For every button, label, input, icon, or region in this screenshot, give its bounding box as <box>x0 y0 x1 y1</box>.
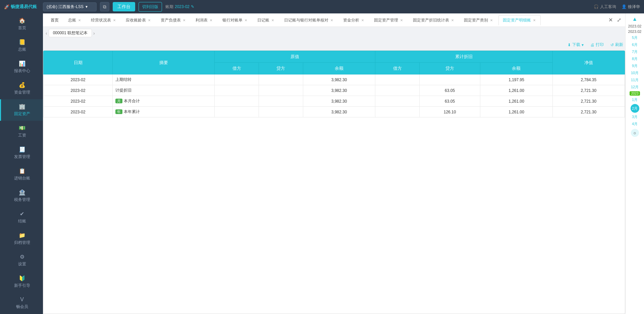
nav-next-button[interactable]: › <box>93 31 95 36</box>
sidebar-item-home[interactable]: 🏠首页 <box>0 13 43 35</box>
tab-profit[interactable]: 利润表✕ <box>191 15 217 25</box>
tab-business-status[interactable]: 经营状况表✕ <box>87 15 121 25</box>
sidebar-label-member: 畅会员 <box>16 304 28 310</box>
tab-receivable[interactable]: 应收账龄表✕ <box>121 15 156 25</box>
tab-close-daily-ledger[interactable]: ✕ <box>271 18 275 22</box>
tab-close-bank-statement[interactable]: ✕ <box>244 18 248 22</box>
tab-close-fixed-assets-depreciation[interactable]: ✕ <box>450 18 454 22</box>
month-item-2月[interactable]: 2月 <box>631 104 639 113</box>
reports-icon: 📊 <box>19 60 25 67</box>
sidebar-label-capital: 资金管理 <box>14 90 30 95</box>
tab-assets-liabilities[interactable]: 资产负债表✕ <box>156 15 191 25</box>
tab-ledger[interactable]: 总账✕ <box>64 15 86 25</box>
month-item-4月[interactable]: 4月 <box>631 120 639 127</box>
right-panel-date2: 2023.02 <box>626 29 644 34</box>
sidebar-item-invoice[interactable]: 🧾发票管理 <box>0 142 43 164</box>
sidebar-label-sales-ledger: 进销台账 <box>14 175 30 181</box>
workbench-button[interactable]: 工作台 <box>113 2 135 11</box>
switch-version-button[interactable]: 切到旧版 <box>139 2 162 12</box>
print-icon: 🖨 <box>590 43 594 47</box>
fixed-assets-detail-table: 日期 摘要 原值 累计折旧 净值 借方 贷方 余额 借方 贷方 余额 <box>43 51 625 117</box>
cell-date: 2023-02 <box>44 85 113 96</box>
scroll-circle-button[interactable]: ○ <box>631 129 639 137</box>
sidebar-item-payroll[interactable]: 💵工资 <box>0 121 43 142</box>
tab-fixed-assets-mgmt[interactable]: 固定资产管理✕ <box>370 15 408 25</box>
tab-daily-bank-check[interactable]: 日记账与银行对账单核对✕ <box>280 15 338 25</box>
archive-icon: 📁 <box>19 232 25 239</box>
refresh-button[interactable]: ↺ 刷新 <box>608 41 625 49</box>
sidebar-item-guide[interactable]: 🔰新手引导 <box>0 271 43 293</box>
cell-balance: 3,982.30 <box>303 85 375 96</box>
month-item-6月[interactable]: 6月 <box>631 41 639 48</box>
user-profile[interactable]: 👤 徐泽华 <box>622 4 640 10</box>
invoice-icon: 🧾 <box>19 146 25 153</box>
sidebar-item-fixed-assets[interactable]: 🏢固定资产 <box>0 99 43 121</box>
sidebar-item-reports[interactable]: 📊报表中心 <box>0 56 43 78</box>
cell-credit <box>259 107 303 117</box>
month-item-9月[interactable]: 9月 <box>631 62 639 69</box>
table-row: 2023-02 上期结转 3,982.30 1,197.95 2,784.35 <box>44 74 625 85</box>
row-tag: 月 <box>115 99 122 103</box>
sidebar-item-sales-ledger[interactable]: 📋进销台账 <box>0 164 43 185</box>
copy-button[interactable]: ⧉ <box>100 2 109 11</box>
settings-icon: ⚙ <box>20 254 24 260</box>
col-net-value: 净值 <box>552 51 625 74</box>
tab-fixed-assets-detail[interactable]: 固定资产明细账✕ <box>498 15 541 25</box>
sidebar-item-settings[interactable]: ⚙设置 <box>0 250 43 271</box>
ledger-icon: 📒 <box>19 39 25 45</box>
cell-balance: 3,982.30 <box>303 74 375 85</box>
tab-label-fixed-assets-depreciation: 固定资产折旧统计表 <box>413 17 449 23</box>
scroll-up-button[interactable]: ▲ <box>631 15 639 23</box>
tab-label-capital-analysis: 资金分析 <box>343 17 359 23</box>
human-service-button[interactable]: 🎧 人工客询 <box>594 4 616 10</box>
tab-close-fixed-assets-detail[interactable]: ✕ <box>532 18 536 22</box>
sidebar-item-capital[interactable]: 💰资金管理 <box>0 78 43 99</box>
tab-close-profit[interactable]: ✕ <box>209 18 213 22</box>
col-original-value-group: 原值 <box>215 51 375 63</box>
tab-maximize-button[interactable]: ⤢ <box>616 16 622 24</box>
nav-prev-button[interactable]: ‹ <box>46 31 47 36</box>
sidebar: 🏠首页📒总账📊报表中心💰资金管理🏢固定资产💵工资🧾发票管理📋进销台账🏦税务管理✔… <box>0 13 43 314</box>
tab-bank-statement[interactable]: 银行对账单✕ <box>218 15 252 25</box>
tab-close-daily-bank-check[interactable]: ✕ <box>330 18 334 22</box>
tab-close-fixed-assets-mgmt[interactable]: ✕ <box>399 18 404 22</box>
month-item-7月[interactable]: 7月 <box>631 48 639 55</box>
tab-label-fixed-assets-type: 固定资产类别 <box>464 17 488 23</box>
month-item-12月[interactable]: 12月 <box>631 84 639 91</box>
tab-close-business-status[interactable]: ✕ <box>112 18 116 22</box>
sub-nav: ‹ 000001 联想笔记本 › <box>43 27 625 39</box>
month-item-8月[interactable]: 8月 <box>631 55 639 62</box>
sidebar-item-member[interactable]: V畅会员 <box>0 293 43 314</box>
print-button[interactable]: 🖨 打印 <box>588 41 606 49</box>
tab-close-all-button[interactable]: ✕ <box>608 16 613 24</box>
cell-net-value: 2,784.35 <box>552 74 625 85</box>
tab-close-ledger[interactable]: ✕ <box>77 18 82 22</box>
tab-fixed-assets-type[interactable]: 固定资产类别✕ <box>460 15 498 25</box>
cell-acc-credit: 126.10 <box>419 107 480 117</box>
tab-close-receivable[interactable]: ✕ <box>147 18 151 22</box>
download-button[interactable]: ⬇ 下载 ▾ <box>566 41 586 49</box>
month-item-3月[interactable]: 3月 <box>631 113 639 120</box>
company-selector[interactable]: (劣命) 江西服务-LSS ▾ <box>43 2 97 11</box>
sidebar-item-tax[interactable]: 🏦税务管理 <box>0 185 43 207</box>
month-item-1月[interactable]: 1月 <box>631 96 639 103</box>
cell-balance: 3,982.30 <box>303 96 375 107</box>
sidebar-item-archive[interactable]: 📁归档管理 <box>0 228 43 250</box>
month-item-10月[interactable]: 10月 <box>631 69 639 76</box>
tab-close-fixed-assets-type[interactable]: ✕ <box>489 18 493 22</box>
cell-acc-balance: 1,261.00 <box>480 85 552 96</box>
month-item-11月[interactable]: 11月 <box>631 76 639 84</box>
month-item-5月[interactable]: 5月 <box>631 34 639 41</box>
sidebar-item-ledger[interactable]: 📒总账 <box>0 35 43 56</box>
tab-close-capital-analysis[interactable]: ✕ <box>361 18 365 22</box>
tab-daily-ledger[interactable]: 日记账✕ <box>253 15 279 25</box>
cell-summary: 计提折旧 <box>113 85 215 96</box>
tab-fixed-assets-depreciation[interactable]: 固定资产折旧统计表✕ <box>409 15 459 25</box>
tab-home[interactable]: 首页 <box>46 15 63 25</box>
sidebar-item-settlement[interactable]: ✔结账 <box>0 207 43 228</box>
tab-close-assets-liabilities[interactable]: ✕ <box>182 18 186 22</box>
tab-capital-analysis[interactable]: 资金分析✕ <box>339 15 369 25</box>
cell-acc-debit <box>375 85 420 96</box>
period-edit-icon[interactable]: ✎ <box>191 4 194 9</box>
settlement-icon: ✔ <box>20 211 24 217</box>
